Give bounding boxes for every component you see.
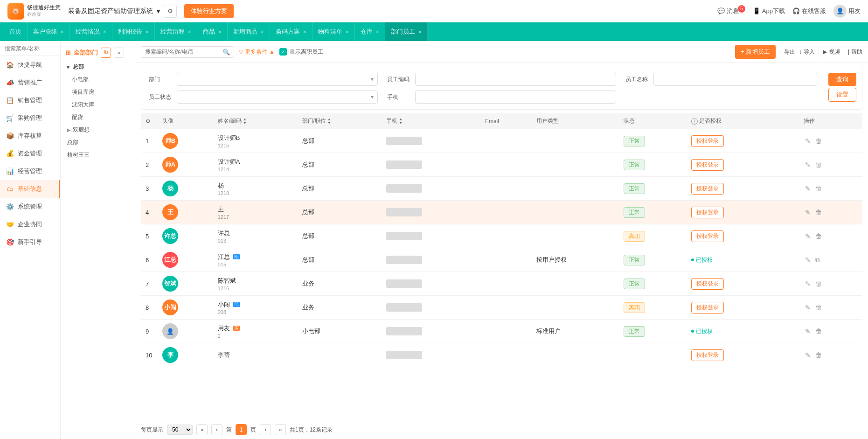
auth-login-button[interactable]: 授权登录 <box>691 302 724 314</box>
sort-phone-icon[interactable]: ▲▼ <box>399 118 403 125</box>
message-item[interactable]: 💬 消息 5 <box>717 7 745 15</box>
dept-tree-item-distribution[interactable]: 配货 <box>61 111 135 124</box>
tab-profit-close[interactable]: ✕ <box>145 29 149 35</box>
tab-employee-close[interactable]: ✕ <box>418 29 422 35</box>
dept-collapse-button[interactable]: « <box>114 48 124 58</box>
delete-button[interactable]: 🗑 <box>815 161 822 168</box>
tab-barcode[interactable]: 条码方案 ✕ <box>270 22 312 41</box>
dept-tree-item-project[interactable]: 项目库房 <box>61 86 135 98</box>
dept-refresh-button[interactable]: ↻ <box>101 48 111 58</box>
sidebar-item-inventory[interactable]: 📦 库存核算 <box>0 127 60 145</box>
dept-select[interactable]: ▾ <box>177 73 378 86</box>
page-prev-button[interactable]: ‹ <box>211 424 222 435</box>
delete-button[interactable]: 🗑 <box>815 232 822 240</box>
delete-button[interactable]: 🗑 <box>815 185 822 192</box>
tab-bom[interactable]: 物料清单 ✕ <box>312 22 355 41</box>
sidebar-item-guide[interactable]: 🎯 新手引导 <box>0 233 60 251</box>
delete-button[interactable]: 🗑 <box>815 304 822 311</box>
dept-tree-item-shenyang[interactable]: 沈阳大库 <box>61 98 135 111</box>
sort-name-icon[interactable]: ▲▼ <box>243 118 247 125</box>
online-service-item[interactable]: 🎧 在线客服 <box>792 7 826 15</box>
sidebar-search-input[interactable] <box>5 45 61 52</box>
tab-profit[interactable]: 利润报告 ✕ <box>112 22 155 41</box>
search-input-wrap[interactable]: 🔍 <box>141 46 234 58</box>
sidebar-item-marketing[interactable]: 📣 营销推广 <box>0 74 60 91</box>
tab-history[interactable]: 经营历程 ✕ <box>155 22 197 41</box>
status-select[interactable]: ▾ <box>177 91 378 104</box>
delete-button[interactable]: 🗑 <box>815 209 822 216</box>
edit-button[interactable]: ✎ <box>805 209 811 216</box>
auth-login-button[interactable]: 授权登录 <box>691 135 724 147</box>
tab-operation[interactable]: 经营情况 ✕ <box>70 22 112 41</box>
edit-button[interactable]: ✎ <box>805 351 811 359</box>
delete-button[interactable]: 🗑 <box>815 280 822 287</box>
edit-button[interactable]: ✎ <box>805 328 811 335</box>
sidebar-item-sales[interactable]: 📋 销售管理 <box>0 91 60 109</box>
auth-login-button[interactable]: 授权登录 <box>691 183 724 195</box>
delete-button[interactable]: 🗑 <box>815 351 822 359</box>
page-last-button[interactable]: » <box>275 424 286 435</box>
tab-operation-close[interactable]: ✕ <box>103 29 106 35</box>
add-employee-button[interactable]: + 新增员工 <box>735 45 776 59</box>
tab-add-goods[interactable]: 新增商品 ✕ <box>228 22 270 41</box>
gear-button[interactable]: ⚙ <box>164 5 177 18</box>
tab-history-close[interactable]: ✕ <box>187 29 191 35</box>
page-first-button[interactable]: « <box>196 424 208 435</box>
empname-input[interactable] <box>653 73 817 86</box>
sort-dept-icon[interactable]: ▲▼ <box>327 118 331 125</box>
auth-login-button[interactable]: 授权登录 <box>691 207 724 218</box>
tab-goods-close[interactable]: ✕ <box>218 29 222 35</box>
user-item[interactable]: 👤 用友 <box>833 5 861 18</box>
edit-button[interactable]: ✎ <box>805 304 811 311</box>
tab-customer-close[interactable]: ✕ <box>60 29 64 35</box>
search-input[interactable] <box>145 49 220 55</box>
sidebar-item-purchase[interactable]: 🛒 采购管理 <box>0 109 60 127</box>
edit-button[interactable]: ✎ <box>805 185 811 192</box>
sidebar-item-system[interactable]: ⚙️ 系统管理 <box>0 198 60 216</box>
dept-tree-item-xdept[interactable]: 小电部 <box>61 73 135 86</box>
auth-login-button[interactable]: 授权登录 <box>691 230 724 242</box>
delete-button[interactable]: 🗑 <box>815 137 822 145</box>
title-dropdown-arrow[interactable]: ▾ <box>157 7 160 15</box>
tab-customer[interactable]: 客户联络 ✕ <box>28 22 70 41</box>
copy-button[interactable]: ⧉ <box>815 256 820 264</box>
show-inactive-wrap[interactable]: ✓ 显示离职员工 <box>279 48 323 56</box>
sidebar-item-basic[interactable]: 🗂 基础信息 <box>0 180 60 198</box>
tab-warehouse[interactable]: 仓库 ✕ <box>355 22 385 41</box>
col-dept[interactable]: 部门/职位 ▲▼ <box>298 113 382 129</box>
phone-input[interactable] <box>415 91 616 104</box>
dept-tree-item-hq2[interactable]: 总部 <box>61 136 135 149</box>
reset-button[interactable]: 设置 <box>828 88 856 102</box>
query-button[interactable]: 查询 <box>828 73 856 86</box>
export-button[interactable]: ↑ 导出 <box>779 48 795 56</box>
dept-tree-item-headquarters-parent[interactable]: ▼ 总部 <box>61 61 135 73</box>
sidebar-item-operation[interactable]: 📊 经营管理 <box>0 162 60 180</box>
col-phone[interactable]: 手机 ▲▼ <box>382 113 480 129</box>
edit-button[interactable]: ✎ <box>805 256 811 264</box>
col-name[interactable]: 姓名/编码 ▲▼ <box>213 113 298 129</box>
page-next-button[interactable]: › <box>260 424 271 435</box>
help-button[interactable]: | 帮助 <box>848 48 862 56</box>
tab-barcode-close[interactable]: ✕ <box>303 29 306 35</box>
tab-warehouse-close[interactable]: ✕ <box>375 29 379 35</box>
edit-button[interactable]: ✎ <box>805 280 811 287</box>
trial-button[interactable]: 体验行业方案 <box>184 4 234 18</box>
dept-tree-item-shuanglu[interactable]: ▶ 双鹿想 <box>61 124 135 136</box>
app-download-item[interactable]: 📱 App下载 <box>753 7 785 15</box>
sidebar-item-cooperation[interactable]: 🤝 企业协同 <box>0 216 60 233</box>
sidebar-item-finance[interactable]: 💰 资金管理 <box>0 145 60 162</box>
more-filter-button[interactable]: ▽ 更多条件 ▲ <box>239 48 275 56</box>
auth-login-button[interactable]: 授权登录 <box>691 278 724 290</box>
auth-login-button[interactable]: 授权登录 <box>691 349 724 361</box>
tab-employee[interactable]: 部门员工 ✕ <box>385 22 428 41</box>
view-button[interactable]: ▶ 视频 <box>823 48 840 56</box>
per-page-select[interactable]: 50 100 <box>167 425 193 435</box>
show-inactive-checkbox[interactable]: ✓ <box>279 48 287 56</box>
edit-button[interactable]: ✎ <box>805 161 811 168</box>
dept-tree-item-zhishu[interactable]: 植树王三 <box>61 149 135 161</box>
edit-button[interactable]: ✎ <box>805 137 811 145</box>
tab-goods[interactable]: 商品 ✕ <box>197 22 228 41</box>
tab-home[interactable]: 首页 <box>4 22 28 41</box>
delete-button[interactable]: 🗑 <box>815 328 822 335</box>
col-settings[interactable]: ⚙ <box>141 113 158 129</box>
